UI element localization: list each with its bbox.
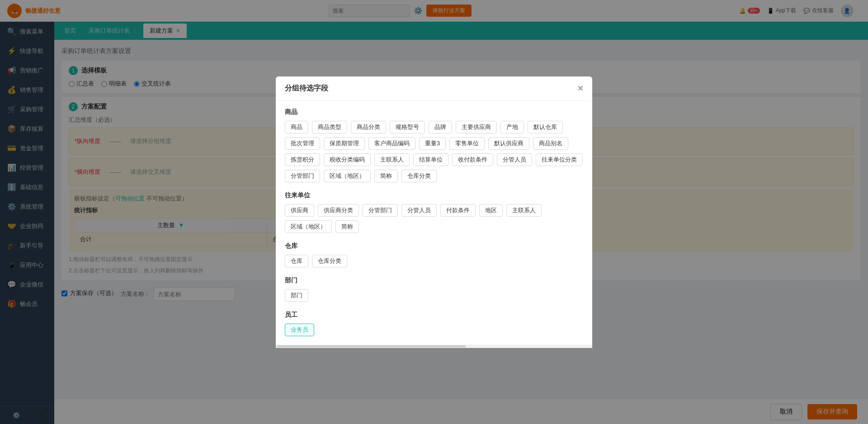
field-tag[interactable]: 税收分类编码 [324, 153, 371, 166]
field-tag[interactable]: 商品分类 [351, 121, 386, 133]
field-tag[interactable]: 品牌 [429, 121, 452, 133]
field-tag[interactable]: 结算单位 [413, 153, 448, 166]
field-tag[interactable]: 部门 [285, 289, 308, 302]
field-tag[interactable]: 零售单位 [449, 137, 485, 150]
field-tag[interactable]: 商品 [285, 121, 308, 133]
field-tag[interactable]: 收付款条件 [452, 153, 493, 166]
field-tag[interactable]: 批次管理 [285, 137, 320, 150]
section-title: 往来单位 [285, 191, 583, 200]
field-tag[interactable]: 仓库分类 [401, 170, 437, 182]
modal-section-仓库: 仓库仓库仓库分类 [285, 242, 583, 267]
section-title: 员工 [285, 311, 583, 319]
field-tags: 业务员 [285, 324, 583, 336]
field-tag[interactable]: 拣货积分 [285, 153, 320, 166]
field-tag[interactable]: 商品别名 [533, 137, 568, 150]
field-tag[interactable]: 默认供应商 [488, 137, 529, 150]
modal-section-员工: 员工业务员 [285, 311, 583, 336]
field-tag[interactable]: 供应商分类 [318, 204, 359, 217]
field-tag[interactable]: 往来单位分类 [536, 153, 583, 166]
field-tag[interactable]: 地区 [479, 204, 503, 217]
modal-header: 分组待选字段 ✕ [276, 76, 592, 101]
field-tag[interactable]: 重量3 [419, 137, 446, 150]
modal-section-部门: 部门部门 [285, 276, 583, 302]
field-tag[interactable]: 规格型号 [390, 121, 425, 133]
field-tag[interactable]: 客户商品编码 [368, 137, 415, 150]
field-tags: 仓库仓库分类 [285, 255, 583, 267]
field-tag[interactable]: 默认仓库 [528, 121, 563, 133]
modal-overlay: 分组待选字段 ✕ 商品商品商品类型商品分类规格型号品牌主要供应商产地默认仓库批次… [0, 0, 868, 424]
section-title: 部门 [285, 276, 583, 285]
field-tag[interactable]: 仓库 [285, 255, 308, 267]
field-tag[interactable]: 业务员 [285, 324, 314, 336]
field-tag[interactable]: 保质期管理 [324, 137, 365, 150]
modal-hscroll-thumb [277, 345, 466, 348]
field-tag[interactable]: 简称 [335, 220, 359, 233]
modal-hscrollbar[interactable] [276, 345, 592, 348]
field-tag[interactable]: 主联系人 [506, 204, 542, 217]
field-tags: 供应商供应商分类分管部门分管人员付款条件地区主联系人区域（地区）简称 [285, 204, 583, 233]
field-tag[interactable]: 供应商 [285, 204, 314, 217]
modal-close-button[interactable]: ✕ [577, 84, 583, 93]
field-tag[interactable]: 主联系人 [374, 153, 410, 166]
field-tag[interactable]: 简称 [374, 170, 398, 182]
field-tag[interactable]: 分管部门 [363, 204, 398, 217]
field-tag[interactable]: 分管部门 [285, 170, 320, 182]
field-tag[interactable]: 分管人员 [401, 204, 437, 217]
modal-section-往来单位: 往来单位供应商供应商分类分管部门分管人员付款条件地区主联系人区域（地区）简称 [285, 191, 583, 233]
modal-title: 分组待选字段 [285, 84, 328, 93]
field-tag[interactable]: 商品类型 [312, 121, 347, 133]
field-tag[interactable]: 分管人员 [497, 153, 532, 166]
field-tag[interactable]: 产地 [500, 121, 524, 133]
field-tags: 商品商品类型商品分类规格型号品牌主要供应商产地默认仓库批次管理保质期管理客户商品… [285, 121, 583, 182]
field-tags: 部门 [285, 289, 583, 302]
section-title: 商品 [285, 108, 583, 116]
field-tag[interactable]: 付款条件 [440, 204, 476, 217]
section-title: 仓库 [285, 242, 583, 250]
modal: 分组待选字段 ✕ 商品商品商品类型商品分类规格型号品牌主要供应商产地默认仓库批次… [276, 76, 592, 348]
field-tag[interactable]: 区域（地区） [285, 220, 332, 233]
field-tag[interactable]: 仓库分类 [312, 255, 347, 267]
field-tag[interactable]: 主要供应商 [456, 121, 497, 133]
field-tag[interactable]: 区域（地区） [324, 170, 371, 182]
modal-body[interactable]: 商品商品商品类型商品分类规格型号品牌主要供应商产地默认仓库批次管理保质期管理客户… [276, 101, 592, 345]
modal-section-商品: 商品商品商品类型商品分类规格型号品牌主要供应商产地默认仓库批次管理保质期管理客户… [285, 108, 583, 182]
